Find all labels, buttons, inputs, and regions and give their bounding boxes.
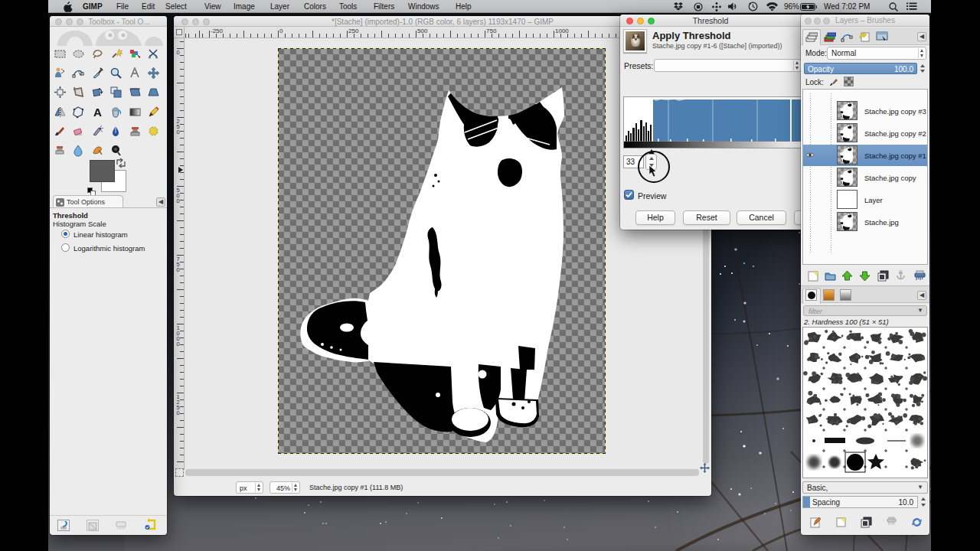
svg-text:A: A — [93, 106, 102, 119]
